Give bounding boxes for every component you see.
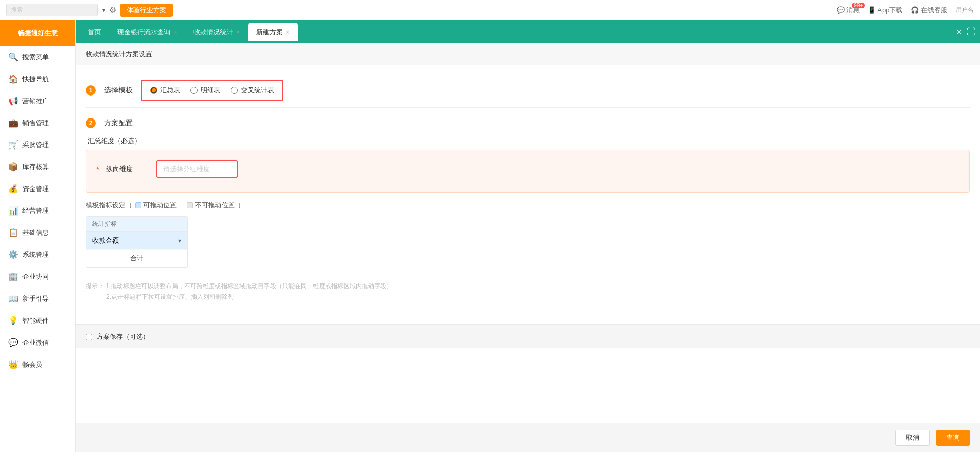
download-icon: 📱 (868, 6, 876, 14)
metrics-item-total: 合计 (86, 250, 187, 267)
member-icon: 👑 (8, 360, 18, 369)
step2-header: 2 方案配置 (86, 118, 970, 128)
search-menu-icon: 🔍 (8, 52, 18, 62)
content-area: 首页 现金银行流水查询 × 收款情况统计 × 新建方案 × ✕ ⛶ (76, 20, 980, 452)
sidebar-label-hardware: 智能硬件 (22, 316, 49, 325)
tab-bank-flow[interactable]: 现金银行流水查询 × (109, 23, 185, 41)
user-name[interactable]: 用户名 (955, 6, 974, 14)
template-selection-box: 汇总表 明细表 交叉统计表 (141, 80, 283, 101)
cancel-button[interactable]: 取消 (895, 430, 930, 446)
industry-btn[interactable]: 体验行业方案 (120, 4, 173, 17)
sidebar-label-wechat: 企业微信 (22, 338, 49, 347)
sidebar-item-finance[interactable]: 💰 资金管理 (0, 178, 75, 200)
sidebar-item-hardware[interactable]: 💡 智能硬件 (0, 310, 75, 331)
search-placeholder: 搜索 (11, 6, 23, 13)
home-icon: 🏠 (8, 74, 18, 84)
sidebar-label-search: 搜索菜单 (22, 53, 49, 62)
section-body: 1 选择模板 汇总表 明细表 交叉统计表 (76, 65, 980, 316)
sidebar-item-home[interactable]: 🏠 快捷导航 (0, 68, 75, 90)
sidebar-item-basic-info[interactable]: 📋 基础信息 (0, 222, 75, 244)
sidebar-item-management[interactable]: 📊 经营管理 (0, 200, 75, 222)
radio-cross-label: 交叉统计表 (241, 86, 274, 95)
step1-row: 1 选择模板 汇总表 明细表 交叉统计表 (86, 74, 970, 108)
tab-collection-stat[interactable]: 收款情况统计 × (185, 23, 248, 41)
step2-section: 2 方案配置 汇总维度（必选） * 纵向维度 — 请选择分组维度 (86, 118, 970, 307)
metrics-item-label: 收款金额 (92, 236, 119, 245)
non-draggable-badge: 不可拖动位置 (187, 201, 235, 210)
hint-line-1: 提示： 1.拖动标题栏可以调整布局，不可跨维度或指标区域拖动目字段（只能在同一维… (86, 282, 970, 291)
non-draggable-label: 不可拖动位置 (195, 201, 235, 210)
dimension-arrow-icon: — (143, 165, 150, 173)
hint-line-2: 2.点击标题栏下拉可设置排序、插入列和删除列 (86, 293, 970, 301)
wechat-icon: 💬 (8, 338, 18, 347)
app-download[interactable]: 📱 App下载 (868, 6, 902, 15)
non-draggable-dot (187, 202, 193, 208)
tab-bank-flow-label: 现金银行流水查询 (117, 28, 170, 37)
radio-cross-input[interactable] (231, 87, 238, 94)
query-button[interactable]: 查询 (936, 430, 970, 446)
sidebar-item-purchase[interactable]: 🛒 采购管理 (0, 134, 75, 156)
sidebar-label-system: 系统管理 (22, 250, 49, 259)
metrics-section-label: 统计指标 (86, 217, 187, 232)
top-bar-right: 💬 消息 99+ 📱 App下载 🎧 在线客服 用户名 (837, 6, 974, 15)
step1-label: 选择模板 (104, 86, 133, 95)
tab-collection-stat-close-icon[interactable]: × (236, 29, 240, 36)
dimension-placeholder: 请选择分组维度 (163, 165, 210, 173)
enterprise-icon: 🏢 (8, 272, 18, 281)
sidebar-item-inventory[interactable]: 📦 库存核算 (0, 156, 75, 178)
sidebar-item-marketing[interactable]: 📢 营销推广 (0, 90, 75, 112)
dimension-area: * 纵向维度 — 请选择分组维度 (86, 150, 970, 193)
radio-summary-label: 汇总表 (160, 86, 180, 95)
tab-bar-actions: ✕ ⛶ (955, 27, 976, 38)
dimension-selector[interactable]: 请选择分组维度 (156, 160, 238, 178)
top-bar-left: 搜索 ▾ ⚙ 体验行业方案 (6, 4, 173, 17)
radio-summary[interactable]: 汇总表 (150, 86, 180, 95)
marketing-icon: 📢 (8, 96, 18, 106)
save-checkbox[interactable] (86, 334, 92, 340)
page-header: 收款情况统计方案设置 (76, 43, 980, 65)
sidebar-label-enterprise: 企业协同 (22, 272, 49, 281)
metrics-total-label: 合计 (130, 254, 143, 263)
main-layout: 畅捷通好生意 🔍 搜索菜单 🏠 快捷导航 📢 营销推广 💼 销售管理 🛒 采购管… (0, 20, 980, 452)
window-expand-icon[interactable]: ⛶ (967, 27, 976, 37)
metrics-config-close: ） (238, 201, 244, 210)
service-icon: 🎧 (911, 6, 919, 14)
sidebar-label-finance: 资金管理 (22, 184, 49, 194)
gear-icon[interactable]: ⚙ (109, 5, 116, 15)
step1-badge: 1 (86, 85, 96, 96)
sidebar-item-sales[interactable]: 💼 销售管理 (0, 112, 75, 134)
online-service[interactable]: 🎧 在线客服 (911, 6, 947, 15)
tab-home[interactable]: 首页 (80, 23, 109, 41)
sidebar-label-purchase: 采购管理 (22, 140, 49, 150)
sidebar-label-sales: 销售管理 (22, 118, 49, 128)
management-icon: 📊 (8, 206, 18, 216)
sidebar-item-wechat[interactable]: 💬 企业微信 (0, 331, 75, 353)
sidebar-item-guide[interactable]: 📖 新手引导 (0, 288, 75, 310)
search-box[interactable]: 搜索 (6, 4, 98, 16)
sidebar-item-search[interactable]: 🔍 搜索菜单 (0, 46, 75, 68)
tab-bank-flow-close-icon[interactable]: × (174, 29, 177, 36)
tab-new-plan-close-icon[interactable]: × (286, 29, 289, 36)
radio-detail-input[interactable] (190, 87, 198, 94)
metrics-dropdown-icon[interactable]: ▾ (178, 237, 181, 244)
sidebar-item-system[interactable]: ⚙️ 系统管理 (0, 244, 75, 266)
metrics-item-amount[interactable]: 收款金额 ▾ (86, 232, 187, 250)
save-label: 方案保存（可选） (96, 332, 150, 341)
footer-actions: 取消 查询 (76, 423, 980, 452)
sidebar: 畅捷通好生意 🔍 搜索菜单 🏠 快捷导航 📢 营销推广 💼 销售管理 🛒 采购管… (0, 20, 76, 452)
sidebar-item-member[interactable]: 👑 畅会员 (0, 353, 75, 375)
radio-cross[interactable]: 交叉统计表 (231, 86, 274, 95)
sidebar-item-enterprise[interactable]: 🏢 企业协同 (0, 266, 75, 288)
radio-detail[interactable]: 明细表 (190, 86, 220, 95)
tab-home-label: 首页 (88, 28, 101, 37)
draggable-dot (135, 202, 141, 208)
window-close-icon[interactable]: ✕ (955, 27, 963, 38)
metrics-config-label: 模板指标设定（ (86, 201, 132, 210)
top-bar: 搜索 ▾ ⚙ 体验行业方案 💬 消息 99+ 📱 App下载 🎧 在线客服 用户… (0, 0, 980, 20)
system-icon: ⚙️ (8, 250, 18, 259)
dropdown-arrow-icon[interactable]: ▾ (102, 7, 105, 14)
radio-summary-input[interactable] (150, 87, 157, 94)
sidebar-label-member: 畅会员 (22, 360, 42, 369)
tab-new-plan[interactable]: 新建方案 × (248, 23, 298, 41)
notification[interactable]: 💬 消息 99+ (837, 6, 860, 15)
